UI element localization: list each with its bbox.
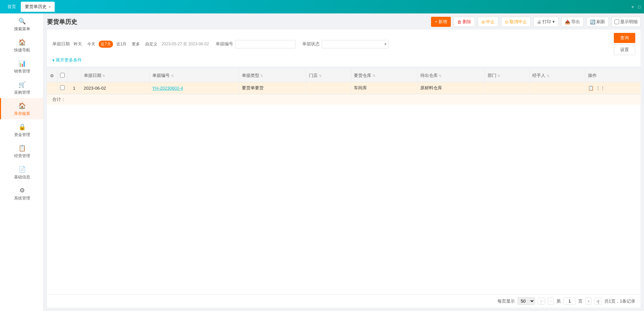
suspend-button-label: 中止 [486, 19, 495, 25]
col-handler-label: 经手人 [532, 73, 545, 78]
basic-info-icon: 📄 [18, 166, 26, 173]
col-store[interactable]: 门店 ⇅ [306, 69, 351, 82]
content-area: 要货单历史 + 新增 🗑 删除 ⊘ 中止 ⊙ 取消中止 🖨 [44, 13, 644, 311]
next-page-button[interactable]: › [585, 298, 591, 305]
row-more-icon[interactable]: ⋮⋮ [596, 85, 605, 91]
doc-no-input[interactable] [235, 40, 296, 48]
add-button[interactable]: + 新增 [431, 17, 451, 27]
sidebar-item-basic-info[interactable]: 📄 基础信息 [0, 162, 43, 183]
cancel-suspend-button[interactable]: ⊙ 取消中止 [501, 17, 531, 27]
row-edit-icon[interactable]: 📋 [588, 85, 594, 91]
row-doc-type: 要货单要货 [239, 82, 306, 94]
col-settings[interactable]: ⚙ [47, 69, 57, 82]
sidebar-item-quick-nav[interactable]: 🏠 快捷导航 [0, 35, 43, 56]
query-button[interactable]: 查询 [614, 33, 635, 43]
col-department[interactable]: 部门 ⇅ [485, 69, 530, 82]
display-detail-button[interactable]: 显示明细 [611, 17, 641, 27]
sidebar-item-inventory[interactable]: 🏠 库存核算 [0, 98, 43, 119]
expand-more[interactable]: ▾ 展开更多条件 [52, 57, 635, 63]
col-date-sort-icon: ⇅ [102, 74, 105, 78]
row-pending-warehouse: 原材料仓库 [417, 82, 485, 94]
tab-home-label: 首页 [7, 4, 16, 10]
suspend-button[interactable]: ⊘ 中止 [478, 17, 498, 27]
row-department [485, 82, 530, 94]
sidebar: 🔍 搜索菜单 🏠 快捷导航 📊 销售管理 🛒 采购管理 🏠 库存核算 🔒 资金管… [0, 13, 44, 311]
row-actions: 📋 ⋮⋮ [585, 82, 641, 94]
col-store-label: 门店 [309, 73, 318, 78]
row-store [306, 82, 351, 94]
total-info: 共1页，1条记录 [604, 298, 635, 304]
page-input[interactable] [564, 298, 576, 305]
date-range-display: 2023-05-27 至 2023-06-02 [161, 41, 209, 47]
date-shortcut-more[interactable]: 更多 [130, 41, 142, 48]
col-doc-type-label: 单据类型 [242, 73, 259, 78]
doc-no-filter-group: 单据编号 [216, 40, 296, 48]
export-icon: 📤 [565, 19, 570, 25]
pagination-bar: 每页显示 50 20 100 |‹ ‹ 第 页 › ›| 共1页，1条记录 [47, 294, 641, 308]
select-all-checkbox[interactable] [60, 73, 65, 78]
sidebar-item-basic-info-label: 基础信息 [14, 174, 30, 180]
page-size-select[interactable]: 50 20 100 [518, 297, 535, 305]
system-mgmt-icon: ⚙ [19, 187, 25, 194]
status-select-wrap [322, 40, 389, 48]
date-shortcut-custom[interactable]: 自定义 [143, 41, 159, 48]
table-header-row: ⚙ 单据日期 ⇅ 单据编号 ⇅ [47, 69, 641, 82]
col-req-warehouse-sort-icon: ⇅ [373, 74, 375, 78]
delete-button[interactable]: 🗑 删除 [453, 17, 475, 27]
row-doc-no-link[interactable]: YH-20230602-4 [152, 86, 183, 91]
table-row: 1 2023-06-02 YH-20230602-4 要货单要货 车间库 原材料… [47, 82, 641, 94]
top-bar: 首页 要货单历史 × × □ [0, 0, 644, 13]
row-settings [47, 82, 57, 94]
refresh-icon: 🔄 [590, 19, 595, 25]
sidebar-item-purchase-mgmt[interactable]: 🛒 采购管理 [0, 77, 43, 98]
col-req-warehouse[interactable]: 要货仓库 ⇅ [351, 69, 418, 82]
date-shortcut-7days[interactable]: 近7天 [99, 41, 113, 48]
col-date[interactable]: 单据日期 ⇅ [81, 69, 150, 82]
first-page-button[interactable]: |‹ [538, 298, 545, 305]
status-filter-label: 单据状态 [302, 41, 320, 47]
export-button[interactable]: 📤 导出 [561, 17, 584, 27]
col-checkbox [57, 69, 67, 82]
row-num: 1 [67, 82, 81, 94]
expand-more-label: 展开更多条件 [56, 57, 82, 63]
sidebar-item-inventory-label: 库存核算 [14, 111, 30, 117]
last-page-button[interactable]: ›| [594, 298, 602, 305]
date-shortcut-today[interactable]: 今天 [85, 41, 97, 48]
col-doc-type[interactable]: 单据类型 ⇅ [239, 69, 306, 82]
tab-close-icon[interactable]: × [49, 5, 51, 9]
tab-requisition-history[interactable]: 要货单历史 × [21, 2, 55, 12]
date-shortcut-1month[interactable]: 近1月 [114, 41, 129, 48]
col-pending-warehouse[interactable]: 待出仓库 ⇅ [417, 69, 485, 82]
date-shortcut-yesterday[interactable]: 昨天 [72, 41, 84, 48]
window-maximize-icon[interactable]: □ [638, 4, 641, 9]
sidebar-item-system-mgmt[interactable]: ⚙ 系统管理 [0, 183, 43, 204]
sidebar-item-finance-mgmt[interactable]: 🔒 资金管理 [0, 119, 43, 140]
print-button[interactable]: 🖨 打印 ▾ [533, 17, 558, 27]
refresh-button[interactable]: 🔄 刷新 [586, 17, 609, 27]
sidebar-item-system-mgmt-label: 系统管理 [14, 195, 30, 201]
filter-actions: 查询 设置 [614, 33, 635, 55]
sidebar-item-search-menu-label: 搜索菜单 [14, 26, 30, 32]
status-select[interactable] [322, 40, 389, 48]
col-req-warehouse-label: 要货仓库 [354, 73, 371, 78]
sidebar-item-operations-mgmt[interactable]: 📋 经营管理 [0, 140, 43, 162]
col-doc-no-sort-icon: ⇅ [171, 74, 174, 78]
operations-mgmt-icon: 📋 [18, 144, 26, 152]
col-doc-no[interactable]: 单据编号 ⇅ [150, 69, 239, 82]
tab-home[interactable]: 首页 [3, 2, 20, 12]
tab-requisition-history-label: 要货单历史 [25, 4, 47, 10]
filter-settings-button[interactable]: 设置 [614, 44, 635, 55]
status-filter-group: 单据状态 [302, 40, 389, 48]
table-container: ⚙ 单据日期 ⇅ 单据编号 ⇅ [47, 69, 641, 308]
col-handler[interactable]: 经手人 ⇅ [530, 69, 585, 82]
sidebar-item-search-menu[interactable]: 🔍 搜索菜单 [0, 13, 43, 35]
window-close-icon[interactable]: × [632, 4, 634, 9]
toolbar: + 新增 🗑 删除 ⊘ 中止 ⊙ 取消中止 🖨 打印 ▾ [431, 17, 641, 27]
prev-page-button[interactable]: ‹ [548, 298, 554, 305]
finance-mgmt-icon: 🔒 [18, 123, 26, 131]
display-detail-checkbox[interactable] [614, 19, 619, 24]
row-checkbox[interactable] [60, 85, 65, 90]
print-icon: 🖨 [537, 19, 541, 25]
page-unit-label: 页 [578, 298, 583, 304]
sidebar-item-sales-mgmt[interactable]: 📊 销售管理 [0, 56, 43, 77]
